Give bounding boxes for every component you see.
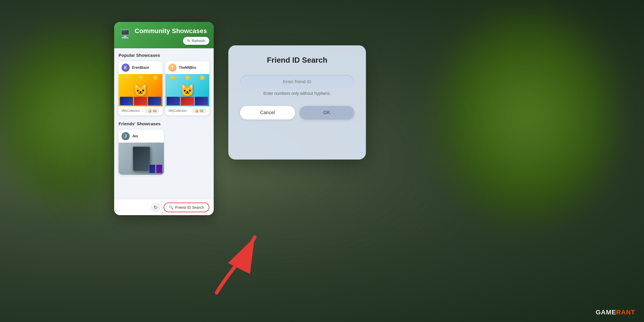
card-footer-1: #MyCollection ··· 👍 64: [119, 106, 162, 115]
friend-card-image: [119, 143, 164, 175]
friend-id-search-button[interactable]: 🔍 Friend ID Search: [164, 203, 209, 212]
mini-card-2a: [167, 97, 180, 105]
mini-cards-row-1: [119, 97, 162, 105]
card-footer-2: #MyCollection 👍 56: [165, 106, 209, 115]
thumb-icon-1: 👍: [148, 109, 152, 113]
panel-bottom-bar: ↻ 🔍 Friend ID Search: [114, 199, 214, 215]
friend-username: Jeo: [132, 134, 138, 138]
panel-title: Community Showcases: [135, 27, 208, 35]
friend-avatar: J: [121, 132, 130, 140]
dialog-buttons: Cancel OK: [240, 106, 354, 119]
mini-card-sm-2: [156, 165, 162, 173]
three-dots-1[interactable]: ···: [141, 109, 144, 113]
avatar-img-1: E: [121, 64, 130, 72]
thumb-icon-2: 👍: [195, 109, 199, 113]
dialog-hint: Enter numbers only without hyphens.: [263, 91, 331, 96]
mini-card-1a: [120, 97, 133, 105]
search-icon: 🔍: [169, 205, 174, 210]
community-showcases-panel: 🖥️ Community Showcases ↻ Refresh Popular…: [114, 22, 214, 215]
dialog-title: Friend ID Search: [267, 56, 328, 65]
friend-id-dialog: Friend ID Search Enter numbers only with…: [228, 45, 366, 160]
monitor-icon: 🖥️: [120, 29, 132, 41]
collection-tag-1: #MyCollection: [121, 109, 140, 112]
mini-card-1c: [148, 97, 161, 105]
gamerant-watermark: GAMERANT: [596, 309, 635, 316]
mini-cards-overlay: [149, 165, 162, 173]
bg-orb-right: [439, 15, 615, 220]
cancel-button[interactable]: Cancel: [240, 106, 295, 119]
showcase-card-1[interactable]: E ErenBlaze 🪙🪙🪙 🐱: [119, 61, 162, 115]
ok-button[interactable]: OK: [299, 106, 354, 119]
friend-showcase-card[interactable]: J Jeo: [119, 130, 164, 175]
card-user-2: T TheNNBro: [165, 61, 209, 74]
like-button-2[interactable]: 👍 56: [192, 108, 206, 114]
coin-scatter-1: 🪙🪙🪙: [119, 76, 162, 80]
avatar-2: T: [168, 64, 177, 72]
avatar-1: E: [121, 64, 130, 72]
refresh-icon: ↻: [187, 39, 190, 43]
meowth-2: 🐱: [180, 83, 195, 97]
dialog-container: Friend ID Search Enter numbers only with…: [228, 45, 366, 160]
panel-body: Popular Showcases E ErenBlaze 🪙🪙🪙 🐱: [114, 48, 214, 199]
mini-card-1b: [134, 97, 147, 105]
bottom-refresh-button[interactable]: ↻: [151, 202, 161, 212]
showcase-card-2[interactable]: T TheNNBro 🪙🪙🪙 🐱: [165, 61, 209, 115]
watermark-rant: RANT: [616, 309, 635, 316]
like-count-2: 56: [200, 109, 203, 113]
meowth-1: 🐱: [133, 83, 148, 97]
card-user-1: E ErenBlaze: [119, 61, 162, 74]
popular-showcases-title: Popular Showcases: [119, 53, 209, 58]
mini-cards-row-2: [165, 97, 209, 105]
username-2: TheNNBro: [179, 66, 196, 70]
panel-header: 🖥️ Community Showcases ↻ Refresh: [114, 22, 214, 48]
pack-image: [133, 146, 150, 171]
friends-showcases-title: Friends' Showcases: [119, 121, 209, 126]
avatar-img-2: T: [168, 64, 177, 72]
mini-card-2b: [181, 97, 194, 105]
like-count-1: 64: [153, 109, 157, 113]
mini-card-sm-1: [149, 165, 155, 173]
friend-id-input[interactable]: [240, 75, 354, 88]
mini-card-2c: [195, 97, 208, 105]
collection-tag-2: #MyCollection: [168, 109, 187, 112]
username-1: ErenBlaze: [132, 66, 149, 70]
card-image-inner-1: 🪙🪙🪙 🐱: [119, 74, 162, 106]
coin-scatter-2: 🪙🪙🪙: [165, 76, 209, 80]
watermark-game: GAME: [596, 309, 616, 316]
refresh-button[interactable]: ↻ Refresh: [183, 37, 209, 45]
friend-card-user: J Jeo: [119, 130, 164, 143]
card-image-1: 🪙🪙🪙 🐱: [119, 74, 162, 106]
bottom-refresh-icon: ↻: [154, 205, 157, 210]
friend-id-search-label: Friend ID Search: [175, 205, 204, 210]
popular-showcases-grid: E ErenBlaze 🪙🪙🪙 🐱: [119, 61, 209, 115]
refresh-label: Refresh: [192, 39, 205, 43]
card-image-2: 🪙🪙🪙 🐱: [165, 74, 209, 106]
like-button-1[interactable]: 👍 64: [145, 108, 160, 114]
card-image-inner-2: 🪙🪙🪙 🐱: [165, 74, 209, 106]
friends-section: Friends' Showcases J Jeo: [119, 121, 209, 175]
friend-avatar-img: J: [121, 132, 130, 140]
